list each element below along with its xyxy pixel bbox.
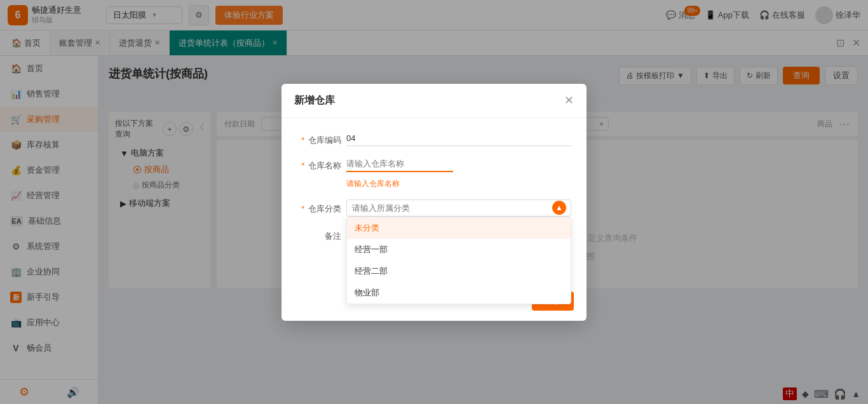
category-input-wrap: ▲ 未分类 经营一部 经营二部 物业部 — [346, 199, 571, 217]
name-error-message: 请输入仓库名称 — [346, 178, 400, 189]
add-warehouse-dialog: 新增仓库 ✕ * 仓库编码 * 仓库名称 — [281, 84, 587, 321]
category-option-2[interactable]: 经营二部 — [347, 260, 571, 282]
dialog-header: 新增仓库 ✕ — [281, 84, 587, 118]
dialog-body: * 仓库编码 * 仓库名称 请输入仓库 — [281, 118, 587, 285]
name-input[interactable] — [346, 156, 453, 172]
category-option-3[interactable]: 物业部 — [347, 282, 571, 304]
dialog-close-button[interactable]: ✕ — [564, 95, 574, 106]
code-input[interactable] — [346, 131, 571, 146]
form-row-category: * 仓库分类 ▲ 未分类 经营一部 经营二部 物业部 — [297, 199, 571, 217]
modal-overlay: 新增仓库 ✕ * 仓库编码 * 仓库名称 — [0, 0, 868, 404]
category-option-1[interactable]: 经营一部 — [347, 239, 571, 260]
dialog-title: 新增仓库 — [294, 94, 335, 107]
name-label: * 仓库名称 — [297, 156, 341, 172]
note-label: 备注 — [297, 227, 341, 242]
category-label: * 仓库分类 — [297, 199, 341, 215]
category-dropdown: 未分类 经营一部 经营二部 物业部 — [346, 217, 571, 304]
code-label: * 仓库编码 — [297, 131, 341, 146]
form-row-code: * 仓库编码 — [297, 131, 571, 146]
form-row-name: * 仓库名称 请输入仓库名称 — [297, 156, 571, 189]
category-input[interactable] — [346, 199, 571, 217]
category-option-0[interactable]: 未分类 — [347, 217, 571, 239]
category-toggle-button[interactable]: ▲ — [552, 201, 566, 215]
